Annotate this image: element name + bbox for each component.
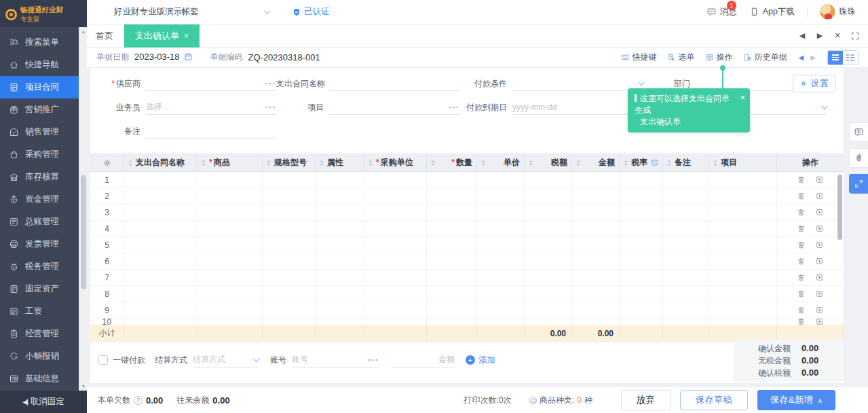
sidebar-scroll-down-icon[interactable]: ▼: [79, 382, 87, 391]
cell-7[interactable]: [477, 302, 525, 318]
app-download-button[interactable]: App下载: [749, 6, 795, 18]
column-header-7[interactable]: 单价: [477, 154, 525, 171]
cell-11[interactable]: [663, 221, 709, 236]
cell-1[interactable]: [124, 188, 197, 204]
cell-10[interactable]: [620, 319, 663, 325]
sort-icon[interactable]: [267, 160, 271, 166]
cell-2[interactable]: [197, 172, 263, 187]
column-header-4[interactable]: 属性: [316, 154, 364, 171]
cell-11[interactable]: [663, 319, 709, 325]
delete-row-icon[interactable]: [797, 306, 806, 315]
settings-button[interactable]: 设置: [793, 75, 835, 92]
doc-date-field[interactable]: 2023-03-18: [134, 52, 193, 63]
insert-row-icon[interactable]: [815, 224, 824, 233]
cell-1[interactable]: [124, 253, 197, 269]
cell-8[interactable]: [525, 221, 572, 236]
insert-row-icon[interactable]: [815, 289, 824, 298]
cell-9[interactable]: [572, 237, 620, 253]
cell-3[interactable]: [263, 204, 316, 220]
tabs-close-icon[interactable]: ✕: [829, 31, 846, 40]
sidebar-item-search[interactable]: 搜索菜单: [0, 31, 79, 54]
cell-6[interactable]: [427, 319, 477, 325]
lookup-ellipsis-icon[interactable]: ···: [265, 104, 276, 111]
cell-6[interactable]: [427, 302, 477, 318]
column-header-10[interactable]: 税率: [620, 154, 663, 171]
add-payment-button[interactable]: + 添加: [466, 355, 495, 366]
cell-5[interactable]: [364, 237, 427, 253]
cell-6[interactable]: [427, 221, 477, 236]
tab-scroll-left-icon[interactable]: ◀: [793, 31, 811, 40]
calendar-icon[interactable]: [184, 52, 193, 61]
list-view-button[interactable]: [828, 51, 843, 65]
row-actions[interactable]: [777, 188, 844, 204]
cell-6[interactable]: [427, 286, 477, 302]
cell-5[interactable]: [364, 319, 427, 325]
cell-7[interactable]: [477, 286, 525, 302]
cell-8[interactable]: [525, 204, 572, 220]
column-header-8[interactable]: 税额: [525, 154, 572, 171]
cell-8[interactable]: [525, 172, 572, 187]
cell-5[interactable]: [364, 204, 427, 220]
insert-row-icon[interactable]: [815, 240, 824, 249]
cell-12[interactable]: [709, 188, 777, 204]
project-input[interactable]: ···: [329, 100, 459, 115]
sidebar-item-asset[interactable]: 固定资产: [0, 278, 79, 300]
cell-2[interactable]: [197, 237, 263, 253]
cell-8[interactable]: [525, 237, 572, 253]
tooltip-close-icon[interactable]: ×: [740, 92, 745, 103]
cell-5[interactable]: [364, 172, 427, 187]
cell-11[interactable]: [663, 286, 709, 302]
row-actions[interactable]: [777, 172, 844, 187]
sort-icon[interactable]: [202, 160, 206, 166]
cell-3[interactable]: [263, 319, 316, 325]
cell-7[interactable]: [477, 237, 525, 253]
cell-2[interactable]: [197, 319, 263, 325]
cell-3[interactable]: [263, 188, 316, 204]
prev-record-icon[interactable]: ◀: [799, 54, 804, 61]
sort-icon[interactable]: [481, 160, 485, 166]
form-view-button[interactable]: [843, 51, 858, 65]
draft-notes-button[interactable]: [849, 122, 868, 142]
cell-5[interactable]: [364, 188, 427, 204]
cell-12[interactable]: [709, 172, 777, 187]
sort-icon[interactable]: [576, 160, 580, 166]
insert-row-icon[interactable]: [815, 273, 824, 282]
column-header-3[interactable]: 规格型号: [263, 154, 316, 171]
sidebar-item-home[interactable]: 快捷导航: [0, 54, 79, 76]
sort-icon[interactable]: [320, 160, 324, 166]
contract-name-input[interactable]: [329, 76, 459, 91]
cell-12[interactable]: [709, 237, 777, 253]
cell-9[interactable]: [572, 270, 620, 285]
cell-12[interactable]: [709, 204, 777, 220]
cell-10[interactable]: [620, 270, 663, 285]
cell-1[interactable]: [124, 204, 197, 220]
delete-row-icon[interactable]: [797, 208, 806, 217]
column-header-1[interactable]: 支出合同名称: [124, 154, 197, 171]
sort-icon[interactable]: [529, 160, 533, 166]
cell-6[interactable]: [427, 172, 477, 187]
messages-button[interactable]: 消息 1: [706, 6, 737, 18]
cell-10[interactable]: [620, 302, 663, 318]
sidebar-item-contract[interactable]: 项目合同: [0, 76, 79, 98]
cell-9[interactable]: [572, 319, 620, 325]
cell-6[interactable]: [427, 204, 477, 220]
row-actions[interactable]: [777, 319, 844, 325]
cell-9[interactable]: [572, 204, 620, 220]
cell-1[interactable]: [124, 319, 197, 325]
sort-icon[interactable]: [667, 160, 671, 166]
cell-11[interactable]: [663, 188, 709, 204]
cell-9[interactable]: [572, 302, 620, 318]
row-actions[interactable]: [777, 302, 844, 318]
cell-1[interactable]: [124, 172, 197, 187]
sort-icon[interactable]: [369, 160, 373, 166]
cell-7[interactable]: [477, 270, 525, 285]
cell-3[interactable]: [263, 172, 316, 187]
tab-home[interactable]: 首页: [96, 30, 113, 42]
cell-7[interactable]: [477, 221, 525, 236]
row-actions[interactable]: [777, 237, 844, 253]
one-click-pay-checkbox[interactable]: [98, 355, 108, 365]
cell-3[interactable]: [263, 237, 316, 253]
save-and-new-button[interactable]: 保存&新增 ∧: [757, 390, 835, 410]
column-header-13[interactable]: 操作: [777, 154, 844, 171]
cell-12[interactable]: [709, 319, 777, 325]
